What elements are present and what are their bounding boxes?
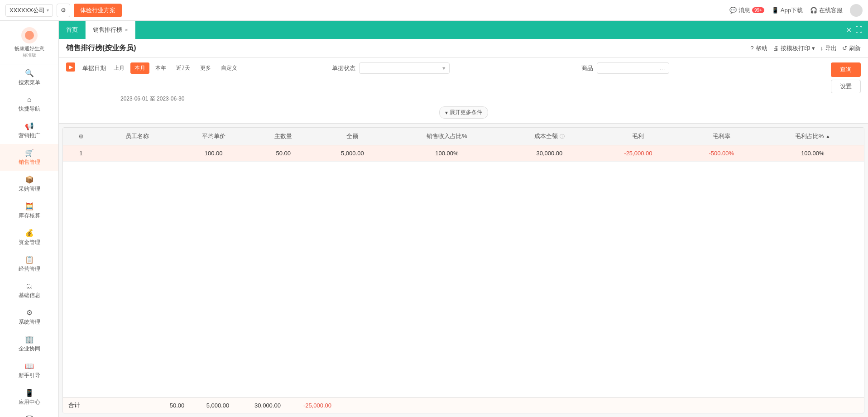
sidebar-item-operations[interactable]: 📋 经营管理 (0, 251, 58, 278)
cell-amount: 5,000.00 (315, 145, 390, 162)
col-sales-pct: 销售收入占比% (390, 128, 504, 145)
headset-icon: 🎧 (810, 7, 817, 14)
finance-icon: 💰 (25, 229, 34, 237)
col-amount: 全额 (315, 128, 390, 145)
sidebar-item-inventory[interactable]: 🧮 库存核算 (0, 197, 58, 224)
inventory-icon: 🧮 (25, 202, 34, 211)
print-button[interactable]: 🖨 按模板打印 ▾ (773, 44, 815, 53)
top-bar-right: 💬 消息 99+ 📱 App下载 🎧 在线客服 (729, 4, 863, 17)
settings-button[interactable]: 设置 (831, 80, 861, 93)
sidebar-item-guide[interactable]: 📖 新手引导 (0, 357, 58, 384)
close-icon[interactable]: × (125, 27, 128, 33)
settings-icon[interactable]: ⚙ (57, 4, 70, 17)
status-filter-section: 单据状态 ▾ (332, 62, 574, 74)
query-settings: 查询 设置 (831, 62, 861, 93)
filter-collapse-icon[interactable]: ▶ (66, 62, 75, 72)
logo-icon (20, 26, 38, 44)
trial-button[interactable]: 体验行业方案 (74, 4, 122, 17)
help-button[interactable]: ? 帮助 (750, 44, 767, 53)
sidebar-item-shortcut-nav[interactable]: ⌂ 快捷导航 (0, 91, 58, 117)
filter-inputs: ▶ 单据日期 上月 本月 本年 近7天 更多 自定义 (66, 62, 861, 93)
phone-icon: 📱 (772, 7, 779, 14)
app-download-label: App下载 (781, 6, 803, 14)
col-name: 员工名称 (99, 128, 176, 145)
operations-icon: 📋 (25, 255, 34, 264)
tab-sales-rank[interactable]: 销售排行榜 × (86, 21, 135, 39)
print-chevron-icon: ▾ (812, 45, 815, 52)
sidebar-item-label: 应用中心 (19, 398, 40, 406)
sidebar-item-enterprise-wechat[interactable]: 💬 企业微信 (0, 411, 58, 417)
query-button[interactable]: 查询 (831, 62, 861, 77)
sidebar-item-finance[interactable]: 💰 资金管理 (0, 224, 58, 251)
page-header-actions: ? 帮助 🖨 按模板打印 ▾ ↓ 导出 ↺ 刷新 (750, 44, 861, 53)
page-content: 销售排行榜(按业务员) ? 帮助 🖨 按模板打印 ▾ ↓ 导出 (59, 39, 868, 417)
footer-amount: 5,000.00 (195, 402, 240, 409)
tab-bar-right: ✕ ⛶ (846, 26, 868, 34)
date-filter-label: 单据日期 (82, 64, 106, 72)
refresh-button[interactable]: ↺ 刷新 (842, 44, 861, 53)
table-footer: 合计 50.00 5,000.00 30,000.00 -25,000.00 (63, 397, 864, 413)
date-btn-this-month[interactable]: 本月 (130, 62, 149, 74)
basic-info-icon: 🗂 (26, 282, 33, 290)
online-support-btn[interactable]: 🎧 在线客服 (810, 6, 843, 14)
tab-home-label: 首页 (66, 26, 78, 34)
sidebar-item-basic-info[interactable]: 🗂 基础信息 (0, 278, 58, 304)
sidebar-item-app-center[interactable]: 📱 应用中心 (0, 384, 58, 411)
export-icon: ↓ (820, 45, 824, 52)
sidebar: 畅康通好生意 标准版 🔍 搜索菜单 ⌂ 快捷导航 📢 营销推广 🛒 销售管理 📦… (0, 21, 59, 417)
col-gross-pct[interactable]: 毛利占比% ▲ (762, 128, 864, 145)
footer-cost-amount: 30,000.00 (240, 402, 295, 409)
table-header: ⚙ 员工名称 平均单价 主数量 全额 销售收入占比% 成本全额 ⓘ 毛利 毛利率… (63, 128, 864, 145)
message-badge: 99+ (752, 7, 764, 13)
tab-maximize-icon[interactable]: ⛶ (855, 26, 863, 34)
footer-total-label: 合计 (68, 401, 159, 409)
avatar[interactable] (850, 4, 863, 17)
date-btn-custom[interactable]: 自定义 (217, 62, 241, 74)
expand-label: 展开更多条件 (450, 109, 482, 116)
app-download-btn[interactable]: 📱 App下载 (772, 6, 803, 14)
date-btn-more[interactable]: 更多 (196, 62, 215, 74)
sidebar-item-enterprise[interactable]: 🏢 企业协同 (0, 331, 58, 357)
data-table: ⚙ 员工名称 平均单价 主数量 全额 销售收入占比% 成本全额 ⓘ 毛利 毛利率… (63, 128, 864, 162)
cell-avg-price: 100.00 (175, 145, 252, 162)
enterprise-icon: 🏢 (25, 335, 34, 344)
cell-cost-amount: 30,000.00 (504, 145, 595, 162)
sidebar-item-purchase[interactable]: 📦 采购管理 (0, 171, 58, 197)
sort-icon: ▲ (825, 134, 830, 139)
cell-main-qty: 50.00 (252, 145, 315, 162)
message-btn[interactable]: 💬 消息 99+ (729, 6, 764, 14)
tab-close-window-icon[interactable]: ✕ (846, 26, 852, 34)
export-button[interactable]: ↓ 导出 (820, 44, 837, 53)
date-filter-section: 单据日期 上月 本月 本年 近7天 更多 自定义 (82, 62, 325, 74)
main-layout: 畅康通好生意 标准版 🔍 搜索菜单 ⌂ 快捷导航 📢 营销推广 🛒 销售管理 📦… (0, 21, 868, 417)
content-area: 首页 销售排行榜 × ✕ ⛶ 销售排行榜(按业务员) ? 帮助 (59, 21, 868, 417)
top-bar: XXXXXX公司 ▾ ⚙ 体验行业方案 💬 消息 99+ 📱 App下载 🎧 在… (0, 0, 868, 21)
sidebar-item-label: 搜索菜单 (19, 79, 40, 86)
sidebar-item-marketing[interactable]: 📢 营销推广 (0, 117, 58, 144)
goods-select[interactable]: … (597, 62, 669, 74)
col-main-qty: 主数量 (252, 128, 315, 145)
goods-filter-section: 商品 … (581, 62, 824, 74)
sidebar-item-sales[interactable]: 🛒 销售管理 (0, 144, 58, 171)
logo-line2: 标准版 (23, 52, 36, 58)
refresh-label: 刷新 (849, 44, 861, 53)
tab-home[interactable]: 首页 (59, 21, 86, 39)
expand-button[interactable]: ▾ 展开更多条件 (439, 106, 488, 119)
sidebar-item-search-order[interactable]: 🔍 搜索菜单 (0, 64, 58, 91)
message-label: 消息 (739, 6, 750, 14)
date-btn-last-month[interactable]: 上月 (110, 62, 129, 74)
guide-icon: 📖 (25, 362, 34, 370)
cell-gross-pct: 100.00% (762, 145, 864, 162)
print-label: 按模板打印 (781, 44, 810, 53)
date-btn-7days[interactable]: 近7天 (172, 62, 194, 74)
chevron-down-icon: ▾ (442, 65, 446, 72)
company-selector[interactable]: XXXXXX公司 ▾ (5, 4, 53, 17)
cell-gross-profit: -25,000.00 (595, 145, 681, 162)
col-settings[interactable]: ⚙ (63, 128, 99, 145)
status-select[interactable]: ▾ (359, 62, 450, 74)
date-btn-this-year[interactable]: 本年 (151, 62, 170, 74)
sidebar-item-label: 营销推广 (19, 132, 40, 139)
purchase-icon: 📦 (25, 175, 34, 184)
sidebar-item-system[interactable]: ⚙ 系统管理 (0, 304, 58, 331)
app-center-icon: 📱 (25, 388, 34, 397)
